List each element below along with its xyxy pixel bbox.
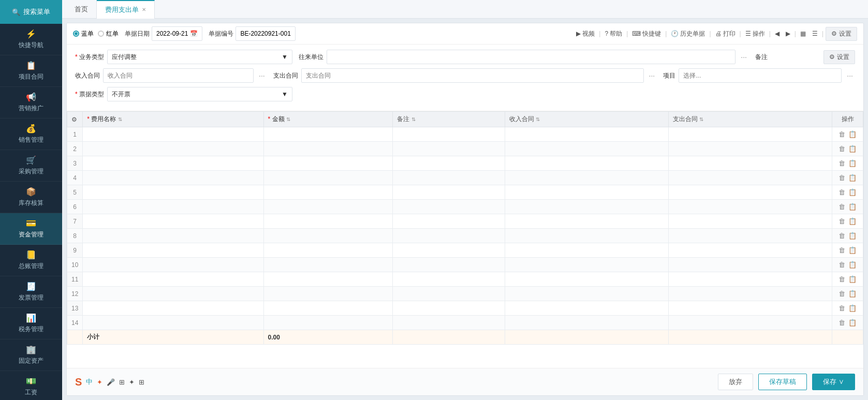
sidebar-item-quick-nav[interactable]: ⚡快捷导航 — [0, 24, 62, 55]
remark-cell-9[interactable] — [393, 243, 505, 258]
expense-name-cell-6[interactable] — [83, 200, 263, 214]
sidebar-item-capital[interactable]: 💳资金管理 — [0, 213, 62, 245]
remark-cell-10[interactable] — [393, 258, 505, 272]
copy-row-icon-8[interactable]: 📋 — [848, 232, 857, 240]
sidebar-item-invoice[interactable]: 🧾发票管理 — [0, 276, 62, 308]
income-contract-cell-12[interactable] — [505, 287, 668, 301]
income-contract-cell-13[interactable] — [505, 301, 668, 316]
income-contract-cell-11[interactable] — [505, 272, 668, 287]
tab-home[interactable]: 首页 — [66, 0, 97, 19]
invoice-type-select[interactable]: 不开票 ▼ — [107, 87, 292, 101]
save-button[interactable]: 保存 ∨ — [812, 374, 855, 390]
copy-row-icon-4[interactable]: 📋 — [848, 174, 857, 182]
sidebar-item-inventory[interactable]: 📦库存核算 — [0, 182, 62, 213]
expense-name-cell-11[interactable] — [83, 272, 263, 287]
amount-cell-10[interactable] — [263, 258, 393, 272]
amount-cell-5[interactable] — [263, 185, 393, 200]
expense-name-cell-10[interactable] — [83, 258, 263, 272]
delete-row-icon-3[interactable]: 🗑 — [838, 159, 845, 167]
income-contract-cell-5[interactable] — [505, 185, 668, 200]
expense-contract-cell-10[interactable] — [668, 258, 832, 272]
print-btn[interactable]: 🖨 打印 — [713, 28, 738, 39]
expense-contract-cell-4[interactable] — [668, 171, 832, 185]
copy-row-icon-5[interactable]: 📋 — [848, 188, 857, 196]
income-contract-cell-6[interactable] — [505, 200, 668, 214]
sort-remark-icon[interactable]: ⇅ — [411, 116, 416, 122]
expense-name-cell-9[interactable] — [83, 243, 263, 258]
expense-contract-cell-8[interactable] — [668, 229, 832, 243]
delete-row-icon-7[interactable]: 🗑 — [838, 217, 845, 225]
income-contract-cell-10[interactable] — [505, 258, 668, 272]
copy-row-icon-10[interactable]: 📋 — [848, 261, 857, 269]
delete-row-icon-14[interactable]: 🗑 — [838, 319, 845, 327]
date-input[interactable]: 2022-09-21 📅 — [152, 26, 202, 41]
delete-row-icon-9[interactable]: 🗑 — [838, 246, 845, 254]
delete-row-icon-1[interactable]: 🗑 — [838, 130, 845, 138]
remark-cell-14[interactable] — [393, 316, 505, 330]
amount-cell-9[interactable] — [263, 243, 393, 258]
copy-row-icon-6[interactable]: 📋 — [848, 203, 857, 211]
delete-row-icon-13[interactable]: 🗑 — [838, 304, 845, 312]
shortcut-btn[interactable]: ⌨ 快捷键 — [630, 28, 663, 39]
sort-amount-icon[interactable]: ⇅ — [286, 116, 290, 122]
sort-expense-contract-icon[interactable]: ⇅ — [699, 116, 703, 122]
income-contract-cell-14[interactable] — [505, 316, 668, 330]
copy-row-icon-12[interactable]: 📋 — [848, 290, 857, 298]
expense-contract-cell-6[interactable] — [668, 200, 832, 214]
income-contract-dots[interactable]: ··· — [257, 71, 267, 80]
copy-row-icon-9[interactable]: 📋 — [848, 246, 857, 254]
tab-expense-bill[interactable]: 费用支出单 ✕ — [97, 0, 155, 19]
operation-btn[interactable]: ☰ 操作 — [743, 28, 767, 39]
tab-close-icon[interactable]: ✕ — [142, 7, 146, 12]
remark-cell-11[interactable] — [393, 272, 505, 287]
sidebar-item-tax[interactable]: 📊税务管理 — [0, 308, 62, 339]
sidebar-item-marketing[interactable]: 📢营销推广 — [0, 87, 62, 118]
blue-bill-radio[interactable]: 蓝单 — [73, 29, 94, 38]
copy-row-icon-1[interactable]: 📋 — [848, 130, 857, 138]
expense-contract-cell-11[interactable] — [668, 272, 832, 287]
amount-cell-14[interactable] — [263, 316, 393, 330]
expense-name-cell-14[interactable] — [83, 316, 263, 330]
red-bill-radio[interactable]: 红单 — [98, 29, 119, 38]
delete-row-icon-8[interactable]: 🗑 — [838, 232, 845, 240]
income-contract-cell-4[interactable] — [505, 171, 668, 185]
expense-name-cell-3[interactable] — [83, 156, 263, 171]
expense-name-cell-2[interactable] — [83, 142, 263, 156]
expense-contract-cell-12[interactable] — [668, 287, 832, 301]
counterpart-input[interactable] — [327, 50, 735, 64]
sidebar-item-purchase[interactable]: 🛒采购管理 — [0, 150, 62, 182]
copy-row-icon-13[interactable]: 📋 — [848, 304, 857, 312]
copy-row-icon-3[interactable]: 📋 — [848, 159, 857, 167]
delete-row-icon-2[interactable]: 🗑 — [838, 145, 845, 153]
amount-cell-1[interactable] — [263, 127, 393, 142]
sort-income-icon[interactable]: ⇅ — [536, 116, 540, 122]
expense-contract-cell-2[interactable] — [668, 142, 832, 156]
expense-name-cell-13[interactable] — [83, 301, 263, 316]
nav-next-btn[interactable]: ▶ — [784, 29, 792, 38]
counterpart-dots[interactable]: ··· — [739, 53, 749, 61]
expense-contract-cell-9[interactable] — [668, 243, 832, 258]
expense-contract-cell-7[interactable] — [668, 214, 832, 229]
save-draft-button[interactable]: 保存草稿 — [758, 374, 807, 390]
expense-contract-cell-1[interactable] — [668, 127, 832, 142]
business-type-select[interactable]: 应付调整 ▼ — [107, 50, 292, 64]
expense-contract-cell-3[interactable] — [668, 156, 832, 171]
income-contract-cell-3[interactable] — [505, 156, 668, 171]
discard-button[interactable]: 放弃 — [718, 374, 753, 390]
col-settings-header[interactable]: ⚙ — [67, 112, 83, 127]
sidebar-search[interactable]: 🔍 搜索菜单 — [0, 0, 62, 24]
income-contract-cell-9[interactable] — [505, 243, 668, 258]
income-contract-cell-7[interactable] — [505, 214, 668, 229]
sidebar-item-ledger[interactable]: 📒总账管理 — [0, 245, 62, 276]
project-dots[interactable]: ··· — [845, 71, 855, 80]
bill-no-input[interactable]: BE-20220921-001 — [236, 26, 295, 41]
amount-cell-13[interactable] — [263, 301, 393, 316]
amount-cell-8[interactable] — [263, 229, 393, 243]
expense-contract-dots[interactable]: ··· — [647, 71, 657, 80]
expense-name-cell-8[interactable] — [83, 229, 263, 243]
amount-cell-6[interactable] — [263, 200, 393, 214]
income-contract-cell-2[interactable] — [505, 142, 668, 156]
delete-row-icon-10[interactable]: 🗑 — [838, 261, 845, 269]
sort-expense-icon[interactable]: ⇅ — [118, 116, 122, 122]
expense-contract-cell-14[interactable] — [668, 316, 832, 330]
